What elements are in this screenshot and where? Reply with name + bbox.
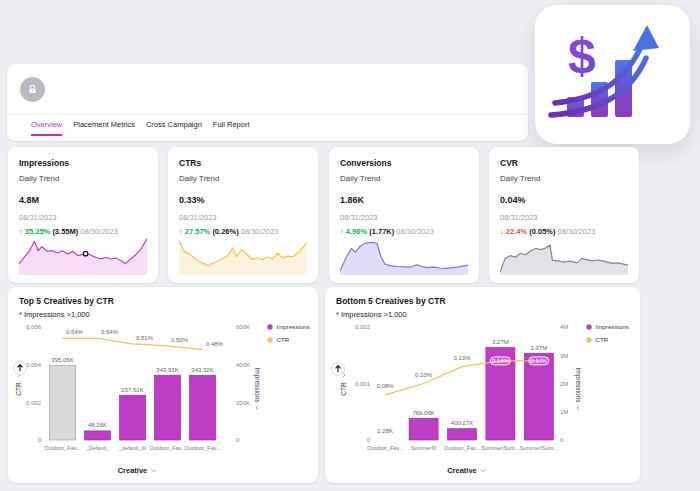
bar-value-label: 48.26K	[88, 422, 107, 428]
sparkline-area	[179, 241, 307, 275]
tab-overview[interactable]: Overview	[31, 120, 62, 136]
y-left-tick: 0.002	[26, 400, 42, 406]
metric-title: CTRs	[179, 158, 307, 168]
bottom5-creatives-chart: 0.0020.00104M3M2M1M01.28K769.06K400.27K3…	[325, 317, 636, 481]
metric-subtitle: Daily Trend	[179, 174, 307, 183]
legend-ctr-dot	[267, 337, 272, 342]
bar-value-label: 343.93K	[156, 367, 178, 373]
ctr-line-label: 0.14%	[492, 358, 508, 364]
y-left-axis-label[interactable]: CTR	[15, 382, 22, 396]
x-axis-title[interactable]: Creative	[447, 466, 477, 475]
top5-creatives-chart-card: Top 5 Creatives by CTR * Impressions >1,…	[8, 287, 318, 483]
y-right-axis-label[interactable]: Impressions	[253, 367, 261, 403]
ctrs-sparkline	[179, 235, 307, 275]
tab-placement-metrics[interactable]: Placement Metrics	[73, 120, 135, 136]
metric-value: 4.8M	[19, 195, 147, 205]
metric-subtitle: Daily Trend	[500, 174, 628, 183]
chevron-down-icon	[256, 406, 258, 410]
x-tick-label: _default_III	[118, 445, 147, 451]
bar-value-label: 237.52K	[121, 387, 143, 393]
y-right-tick: 600K	[236, 324, 250, 330]
bar-Outdoor_Fav...[interactable]	[448, 429, 477, 440]
lock-avatar-button[interactable]	[20, 77, 45, 102]
x-tick-label: SummerISum...	[481, 445, 520, 451]
tab-bar: Overview Placement Metrics Cross Campaig…	[31, 120, 250, 136]
metric-value: 0.33%	[179, 195, 307, 205]
chevron-down-icon	[152, 470, 156, 472]
bar-_Default_[interactable]	[85, 431, 111, 440]
chart-title: Bottom 5 Creatives by CTR	[336, 296, 446, 306]
bar-Outdoor_Fav...[interactable]	[190, 375, 216, 440]
metric-subtitle: Daily Trend	[19, 174, 147, 183]
ctr-line-label: 0.14%	[531, 358, 547, 364]
x-axis-title[interactable]: Creative	[118, 466, 148, 475]
ctr-line-label: 0.10%	[415, 372, 433, 378]
bar-SummerISum...[interactable]	[524, 353, 553, 440]
y-right-tick: 200K	[236, 400, 250, 406]
metric-card-ctrs: CTRs Daily Trend 0.33% 08/31/2023 ↑ 27.5…	[168, 147, 318, 283]
conversions-sparkline	[340, 235, 468, 275]
legend-impressions-dot	[267, 324, 272, 329]
ctr-line-label: 0.13%	[453, 355, 471, 361]
metric-subtitle: Daily Trend	[340, 174, 468, 183]
y-left-axis-label[interactable]: CTR	[340, 382, 347, 396]
legend-ctr-label[interactable]: CTR	[596, 336, 609, 343]
legend-ctr-dot	[586, 337, 591, 342]
metric-date: 08/31/2023	[179, 213, 307, 222]
legend-impressions-dot	[586, 324, 591, 329]
x-tick-label: Outdoor_Fav...	[444, 445, 481, 451]
bar-Outdoor_Fav...[interactable]	[155, 375, 181, 440]
legend-impressions-label[interactable]: Impressions	[277, 323, 310, 330]
ctr-line-label: 0.54%	[101, 329, 119, 335]
chart-title: Top 5 Creatives by CTR	[19, 296, 114, 306]
bar-Outdoor_Fav...[interactable]	[50, 366, 76, 440]
bottom5-creatives-chart-card: Bottom 5 Creatives by CTR * Impressions …	[325, 287, 640, 483]
metric-title: Impressions	[19, 158, 147, 168]
y-right-tick: 0	[560, 437, 564, 443]
x-tick-label: Outdoor_Fav...	[184, 445, 221, 451]
chevron-down-icon	[577, 406, 579, 410]
cvr-sparkline	[500, 235, 628, 275]
bar-SummerIII[interactable]	[409, 418, 438, 440]
toolbar-panel: Overview Placement Metrics Cross Campaig…	[7, 64, 528, 141]
x-tick-label: SummerISum...	[520, 445, 559, 451]
metric-card-impressions: Impressions Daily Trend 4.8M 08/31/2023 …	[8, 147, 158, 283]
sparkline-area	[500, 245, 628, 275]
bar-value-label: 400.27K	[451, 420, 473, 426]
y-right-tick: 3M	[560, 353, 568, 359]
bar-_default_III[interactable]	[120, 395, 146, 440]
legend-ctr-label[interactable]: CTR	[277, 336, 290, 343]
lock-icon	[27, 84, 38, 95]
y-left-tick: 0.002	[355, 324, 371, 330]
ctr-line-label: 0.48%	[206, 341, 224, 347]
bar-value-label: 3.07M	[530, 345, 547, 351]
metric-date: 08/31/2023	[340, 213, 468, 222]
metric-card-conversions: Conversions Daily Trend 1.86K 08/31/2023…	[329, 147, 479, 283]
y-right-tick: 0	[236, 437, 240, 443]
metric-title: Conversions	[340, 158, 468, 168]
tab-cross-campaign[interactable]: Cross Campaign	[146, 120, 202, 136]
y-left-tick: 0.001	[355, 381, 371, 387]
x-tick-label: Outdoor_Fav...	[149, 445, 186, 451]
bar-value-label: 3.27M	[492, 339, 509, 345]
y-right-tick: 2M	[560, 381, 568, 387]
dollar-growth-chart-icon: $	[535, 5, 690, 144]
chevron-down-icon	[343, 373, 345, 377]
y-left-tick: 0	[367, 437, 371, 443]
y-left-tick: 0.004	[26, 362, 42, 368]
svg-text:$: $	[568, 28, 596, 84]
sparkline-area	[19, 239, 147, 275]
y-right-axis-label[interactable]: Impressions	[574, 367, 582, 403]
x-tick-label: _Default_	[85, 445, 110, 451]
y-right-tick: 1M	[560, 409, 568, 415]
top5-creatives-chart: 0.0060.0040.0020600K400K200K0395.06K48.2…	[8, 317, 314, 481]
bar-value-label: 1.28K	[377, 428, 393, 434]
x-tick-label: Outdoor_Fav...	[44, 445, 81, 451]
tab-full-report[interactable]: Full Report	[213, 120, 250, 136]
logo-card: $	[535, 5, 690, 144]
tabbar-divider	[7, 114, 528, 115]
y-right-tick: 4M	[560, 324, 568, 330]
ctr-line-label: 0.08%	[377, 383, 395, 389]
legend-impressions-label[interactable]: Impressions	[596, 323, 629, 330]
bar-value-label: 395.06K	[51, 357, 73, 363]
